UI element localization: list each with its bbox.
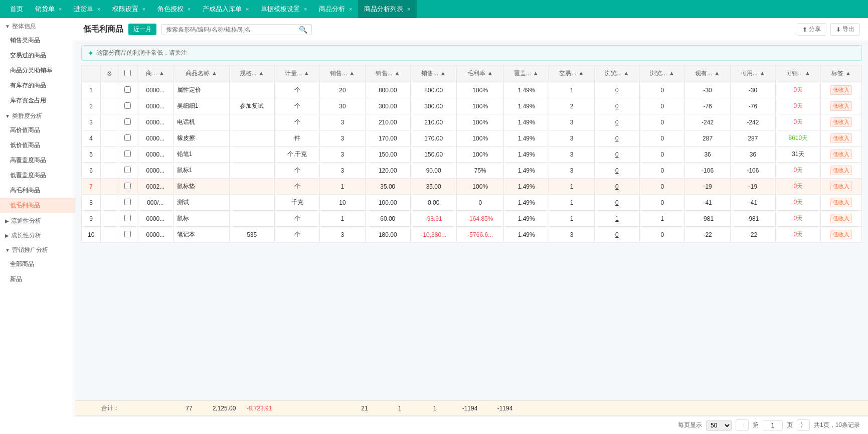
nav-close-product-analysis[interactable]: × <box>349 6 352 12</box>
col-unit[interactable]: 计量... ▲ <box>274 65 319 82</box>
cell-view1[interactable]: 0 <box>594 130 639 147</box>
col-name[interactable]: 商品名称 ▲ <box>173 65 229 82</box>
cell-tag: 低收入 <box>821 147 862 163</box>
search-input[interactable] <box>166 26 299 33</box>
sidebar-item-high-value[interactable]: 高价值商品 <box>0 122 75 137</box>
nav-item-roles[interactable]: 角色授权 × <box>151 0 197 18</box>
col-tag[interactable]: 标签 ▲ <box>821 65 862 82</box>
nav-item-sales[interactable]: 销货单 × <box>29 0 68 18</box>
row-checkbox[interactable] <box>124 199 131 205</box>
cell-current-stock: -30 <box>685 82 730 98</box>
sidebar-section-circulation[interactable]: ▶ 流通性分析 <box>0 213 75 227</box>
cell-view1[interactable]: 0 <box>594 227 639 243</box>
col-sales-price[interactable]: 销售... ▲ <box>365 65 410 82</box>
nav-close-permissions[interactable]: × <box>142 6 145 12</box>
row-checkbox[interactable] <box>124 183 131 189</box>
cell-view1[interactable]: 0 <box>594 98 639 114</box>
col-sellable-days[interactable]: 可销... ▲ <box>776 65 821 82</box>
cell-checkbox[interactable] <box>118 179 137 195</box>
col-trade-count[interactable]: 交易... ▲ <box>549 65 594 82</box>
cell-checkbox[interactable] <box>118 98 137 114</box>
row-checkbox[interactable] <box>124 86 131 93</box>
col-coverage[interactable]: 覆盖... ▲ <box>503 65 549 82</box>
cell-checkbox[interactable] <box>118 114 137 130</box>
sidebar-item-stocked-products[interactable]: 有库存的商品 <box>0 78 75 93</box>
col-view2[interactable]: 浏览... ▲ <box>640 65 685 82</box>
sidebar-section-marketing[interactable]: ▼ 营销推广分析 <box>0 242 75 256</box>
nav-item-purchase[interactable]: 进货单 × <box>68 0 106 18</box>
nav-item-product-inbound[interactable]: 产成品入库单 × <box>197 0 255 18</box>
nav-close-sales[interactable]: × <box>59 6 62 12</box>
sidebar-item-low-margin[interactable]: 低毛利商品 <box>0 198 75 213</box>
col-spec[interactable]: 规格... ▲ <box>229 65 274 82</box>
sidebar-section-overall[interactable]: ▼ 整体信息 <box>0 18 75 33</box>
col-sales-amount[interactable]: 销售... ▲ <box>410 65 457 82</box>
nav-item-template[interactable]: 单据模板设置 × <box>255 0 313 18</box>
sidebar-item-low-value[interactable]: 低价值商品 <box>0 137 75 153</box>
total-values: 77 2,125.00 -8,723.91 21 1 1 -1194 -1194 <box>171 405 862 412</box>
nav-close-product-inbound[interactable]: × <box>246 6 249 12</box>
row-checkbox[interactable] <box>124 167 131 173</box>
sidebar-item-category-rate[interactable]: 商品分类助销率 <box>0 63 75 78</box>
cell-checkbox[interactable] <box>118 227 137 243</box>
next-page-button[interactable]: 〉 <box>797 419 810 431</box>
row-checkbox[interactable] <box>124 134 131 141</box>
sidebar-section-growth[interactable]: ▶ 成长性分析 <box>0 227 75 242</box>
nav-close-purchase[interactable]: × <box>97 6 100 12</box>
col-code[interactable]: 商... ▲ <box>137 65 173 82</box>
row-checkbox[interactable] <box>124 151 131 157</box>
col-sales-qty[interactable]: 销售... ▲ <box>320 65 365 82</box>
cell-gross-margin: 0 <box>457 195 504 211</box>
col-current-stock[interactable]: 现有... ▲ <box>685 65 730 82</box>
col-checkbox[interactable] <box>118 65 137 82</box>
search-icon[interactable]: 🔍 <box>299 26 307 34</box>
row-checkbox[interactable] <box>124 102 131 109</box>
nav-item-product-analysis-list[interactable]: 商品分析列表 × <box>358 0 416 18</box>
col-view1[interactable]: 浏览... ▲ <box>594 65 639 82</box>
sidebar-item-all-products[interactable]: 全部商品 <box>0 256 75 271</box>
per-page-select[interactable]: 50 100 200 <box>706 420 732 431</box>
cell-row-num: 8 <box>82 195 101 211</box>
cell-coverage: 1.49% <box>503 98 549 114</box>
nav-item-home[interactable]: 首页 <box>4 0 29 18</box>
row-checkbox[interactable] <box>124 215 131 221</box>
nav-close-product-analysis-list[interactable]: × <box>407 6 410 12</box>
export-button[interactable]: ⬇ 导出 <box>830 23 860 36</box>
cell-view1[interactable]: 1 <box>594 211 639 227</box>
sidebar-section-cluster[interactable]: ▼ 类群度分析 <box>0 108 75 122</box>
cell-checkbox[interactable] <box>118 195 137 211</box>
sidebar-item-traded-products[interactable]: 交易过的商品 <box>0 48 75 63</box>
cell-row-num: 10 <box>82 227 101 243</box>
cell-checkbox[interactable] <box>118 130 137 147</box>
sidebar-item-new-products[interactable]: 新品 <box>0 271 75 286</box>
sidebar-item-high-coverage[interactable]: 高覆盖度商品 <box>0 153 75 168</box>
cell-view1[interactable]: 0 <box>594 114 639 130</box>
cell-view1[interactable]: 0 <box>594 163 639 179</box>
col-gross-margin[interactable]: 毛利率 ▲ <box>457 65 504 82</box>
cell-checkbox[interactable] <box>118 211 137 227</box>
cell-view1[interactable]: 0 <box>594 147 639 163</box>
col-settings[interactable]: ⚙ <box>101 65 118 82</box>
period-button[interactable]: 近一月 <box>128 24 156 35</box>
cell-view1[interactable]: 0 <box>594 195 639 211</box>
cell-view1[interactable]: 0 <box>594 179 639 195</box>
sidebar-item-low-coverage[interactable]: 低覆盖度商品 <box>0 168 75 183</box>
nav-item-product-analysis[interactable]: 商品分析 × <box>313 0 358 18</box>
cell-checkbox[interactable] <box>118 163 137 179</box>
cell-checkbox[interactable] <box>118 82 137 98</box>
page-number-input[interactable] <box>763 420 783 430</box>
cell-view1[interactable]: 0 <box>594 82 639 98</box>
col-available-stock[interactable]: 可用... ▲ <box>730 65 775 82</box>
nav-close-template[interactable]: × <box>304 6 307 12</box>
nav-close-roles[interactable]: × <box>188 6 191 12</box>
sidebar-item-sales-products[interactable]: 销售类商品 <box>0 33 75 48</box>
cell-checkbox[interactable] <box>118 147 137 163</box>
row-checkbox[interactable] <box>124 118 131 125</box>
nav-item-permissions[interactable]: 权限设置 × <box>106 0 151 18</box>
select-all-checkbox[interactable] <box>124 70 131 76</box>
sidebar-item-stock-capital[interactable]: 库存资金占用 <box>0 93 75 108</box>
row-checkbox[interactable] <box>124 231 131 237</box>
share-button[interactable]: ⬆ 分享 <box>797 23 826 36</box>
sidebar-item-high-margin[interactable]: 高毛利商品 <box>0 183 75 198</box>
prev-page-button[interactable]: 〈 <box>736 419 749 431</box>
